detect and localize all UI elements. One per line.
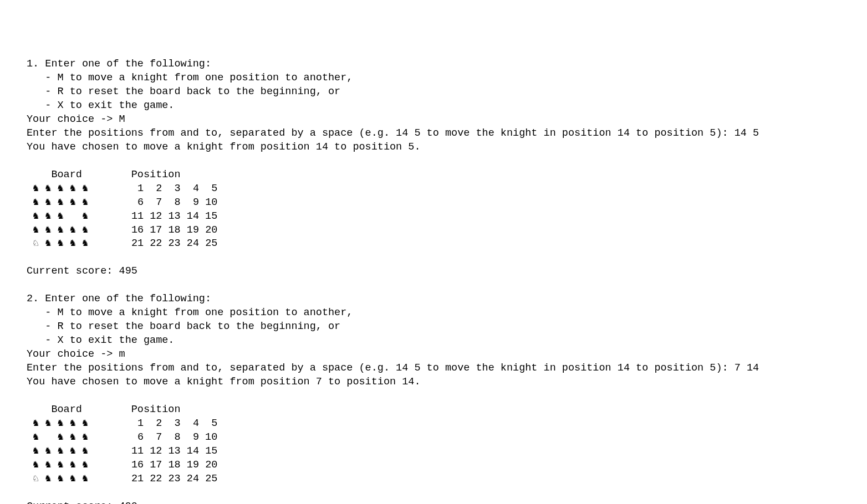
turn2-board-row: ♞ ♞ ♞ ♞ ♞ 16 17 18 19 20: [27, 459, 217, 471]
turn2-confirm-line: You have chosen to move a knight from po…: [27, 376, 421, 388]
turn2-board-row: ♞ ♞ ♞ ♞ ♞ 11 12 13 14 15: [27, 445, 217, 457]
turn2-menu-item: - M to move a knight from one position t…: [27, 307, 353, 318]
turn1-board-header: Board Position: [27, 169, 181, 181]
turn2-board-row: ♘ ♞ ♞ ♞ ♞ 21 22 23 24 25: [27, 473, 217, 485]
turn2-choice-line: Your choice -> m: [27, 348, 125, 360]
turn2-score-line: Current score: 490: [27, 501, 137, 504]
turn1-board-row: ♞ ♞ ♞ ♞ ♞ 6 7 8 9 10: [27, 197, 217, 208]
turn1-board-row: ♞ ♞ ♞ ♞ ♞ 1 2 3 4 5: [27, 183, 217, 194]
turn1-board-row: ♞ ♞ ♞ ♞ ♞ 16 17 18 19 20: [27, 224, 217, 236]
turn2-menu-item: - X to exit the game.: [27, 335, 174, 346]
turn1-board-row: ♘ ♞ ♞ ♞ ♞ 21 22 23 24 25: [27, 238, 217, 249]
turn1-menu-item: - X to exit the game.: [27, 100, 174, 111]
turn1-menu-line: 1. Enter one of the following:: [27, 58, 211, 70]
turn2-board-row: ♞ ♞ ♞ ♞ ♞ 1 2 3 4 5: [27, 418, 217, 429]
turn1-score-line: Current score: 495: [27, 265, 137, 277]
turn1-positions-line: Enter the positions from and to, separat…: [27, 127, 759, 139]
turn1-board-row: ♞ ♞ ♞ ♞ 11 12 13 14 15: [27, 210, 217, 222]
turn2-menu-item: - R to reset the board back to the begin…: [27, 321, 340, 332]
terminal-output: 1. Enter one of the following: - M to mo…: [0, 55, 867, 504]
turn2-board-header: Board Position: [27, 404, 181, 415]
turn1-confirm-line: You have chosen to move a knight from po…: [27, 141, 421, 153]
turn2-positions-line: Enter the positions from and to, separat…: [27, 362, 759, 374]
turn1-choice-line: Your choice -> M: [27, 114, 125, 125]
turn2-menu-line: 2. Enter one of the following:: [27, 293, 211, 305]
turn1-menu-item: - M to move a knight from one position t…: [27, 72, 353, 84]
turn1-menu-item: - R to reset the board back to the begin…: [27, 86, 340, 97]
turn2-board-row: ♞ ♞ ♞ ♞ 6 7 8 9 10: [27, 431, 217, 443]
